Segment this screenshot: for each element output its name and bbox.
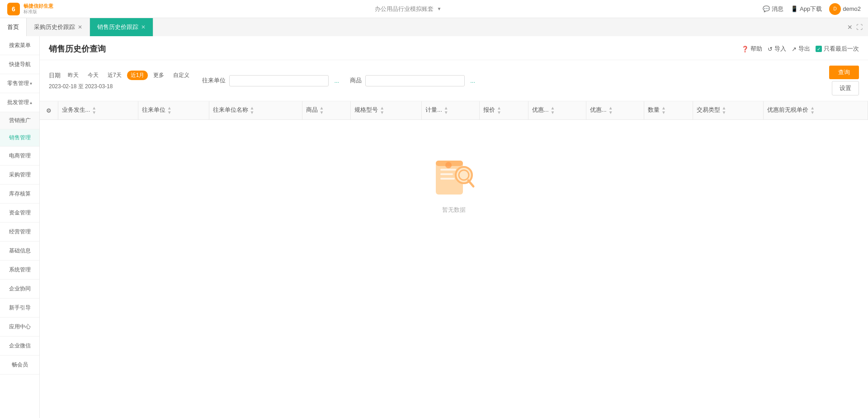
close-all-icon[interactable]: ✕ xyxy=(847,24,853,31)
th-trade-type[interactable]: 交易类型▲▼ xyxy=(693,101,764,120)
tab-bar: 首页 采购历史价跟踪 ✕ 销售历史价跟踪 ✕ ✕ ⛶ xyxy=(0,18,868,36)
sidebar-item-wholesale[interactable]: 批发管理 ▴ xyxy=(0,93,39,112)
date-more[interactable]: 更多 xyxy=(150,71,168,80)
th-discount1[interactable]: 优惠...▲▼ xyxy=(528,101,586,120)
sidebar-item-operations[interactable]: 经营管理 xyxy=(0,223,39,242)
user-label: demo2 xyxy=(843,5,861,12)
filter-buttons: 查询 设置 xyxy=(829,66,859,95)
th-business-date[interactable]: 业务发生...▲▼ xyxy=(58,101,138,120)
sidebar-sub-wholesale: 营销推广 销售管理 xyxy=(0,112,39,147)
tab-purchase-close-icon[interactable]: ✕ xyxy=(78,24,82,30)
app-download-label: App下载 xyxy=(800,5,822,13)
settings-button[interactable]: 设置 xyxy=(832,81,859,95)
product-input[interactable] xyxy=(365,75,465,86)
main-layout: 搜索菜单 快捷导航 零售管理 ▾ 批发管理 ▴ 营销推广 销售管理 xyxy=(0,36,868,418)
only-last-checkbox[interactable]: ✓ 只看最后一次 xyxy=(816,45,859,53)
sidebar-item-wechat[interactable]: 企业微信 xyxy=(0,337,39,356)
help-label: 帮助 xyxy=(750,45,762,53)
query-button[interactable]: 查询 xyxy=(829,66,859,79)
tab-spacer xyxy=(153,18,842,36)
tab-purchase-history[interactable]: 采购历史价跟踪 ✕ xyxy=(27,18,90,36)
table-header: ⚙ 业务发生...▲▼ 往来单位▲▼ 往来单位名称▲▼ 商品▲ xyxy=(40,101,868,120)
expand-icon[interactable]: ⛶ xyxy=(856,24,863,31)
sidebar-item-ecommerce[interactable]: 电商管理 xyxy=(0,147,39,166)
vendor-input[interactable] xyxy=(229,75,329,86)
import-button[interactable]: ↺ 导入 xyxy=(768,45,786,53)
dropdown-arrow-icon[interactable]: ▼ xyxy=(437,6,442,11)
data-table: ⚙ 业务发生...▲▼ 往来单位▲▼ 往来单位名称▲▼ 商品▲ xyxy=(40,101,868,120)
sort-arrows-icon: ▲▼ xyxy=(551,106,555,115)
avatar: D xyxy=(829,3,841,15)
page: 销售历史价查询 ❓ 帮助 ↺ 导入 ↗ 导出 ✓ xyxy=(40,36,868,418)
sidebar-system-label: 系统管理 xyxy=(9,266,31,273)
top-bar-center[interactable]: 办公用品行业模拟账套 ▼ xyxy=(375,5,442,13)
date-label: 日期 xyxy=(49,71,61,80)
vendor-ellipsis-button[interactable]: ... xyxy=(332,76,341,86)
sidebar-item-inventory[interactable]: 库存核算 xyxy=(0,185,39,204)
sidebar-item-sales-mgmt[interactable]: 销售管理 xyxy=(0,129,39,147)
sort-arrows-icon: ▲▼ xyxy=(810,106,815,115)
th-discount2[interactable]: 优惠...▲▼ xyxy=(586,101,644,120)
filter-bar: 日期 昨天 今天 近7天 近1月 更多 自定义 2023-02-18 至 202… xyxy=(40,60,868,101)
message-button[interactable]: 💬 消息 xyxy=(763,5,783,13)
sidebar-inventory-label: 库存核算 xyxy=(9,190,31,197)
svg-rect-4 xyxy=(440,178,455,180)
sidebar-operations-label: 经营管理 xyxy=(9,228,31,235)
checkbox-checked-icon: ✓ xyxy=(816,46,822,52)
user-profile[interactable]: D demo2 xyxy=(829,3,861,15)
product-filter: 商品 ... xyxy=(350,75,477,86)
date-custom[interactable]: 自定义 xyxy=(170,71,193,80)
top-bar-left: 6 畅捷信好生意 标准版 xyxy=(7,3,53,15)
page-header: 销售历史价查询 ❓ 帮助 ↺ 导入 ↗ 导出 ✓ xyxy=(40,36,868,60)
th-pretax-price[interactable]: 优惠前无税单价▲▼ xyxy=(764,101,868,120)
tab-home-label: 首页 xyxy=(7,23,19,31)
import-label: 导入 xyxy=(774,45,786,53)
th-settings[interactable]: ⚙ xyxy=(40,101,58,120)
sidebar-item-enterprise[interactable]: 企业协同 xyxy=(0,280,39,299)
sidebar-item-search[interactable]: 搜索菜单 xyxy=(0,36,39,55)
help-button[interactable]: ❓ 帮助 xyxy=(741,45,762,53)
page-actions: ❓ 帮助 ↺ 导入 ↗ 导出 ✓ 只看最后一次 xyxy=(741,45,859,53)
product-label: 商品 xyxy=(350,76,362,85)
tab-sales-history[interactable]: 销售历史价跟踪 ✕ xyxy=(90,18,153,36)
sidebar-purchase-label: 采购管理 xyxy=(9,171,31,178)
date-filter-group: 日期 昨天 今天 近7天 近1月 更多 自定义 2023-02-18 至 202… xyxy=(49,71,193,90)
sidebar-item-purchase[interactable]: 采购管理 xyxy=(0,166,39,185)
sidebar-item-retail[interactable]: 零售管理 ▾ xyxy=(0,74,39,93)
sidebar-basic-info-label: 基础信息 xyxy=(9,247,31,254)
sidebar-item-basic-info[interactable]: 基础信息 xyxy=(0,242,39,261)
th-product[interactable]: 商品▲▼ xyxy=(302,101,351,120)
th-price[interactable]: 报价▲▼ xyxy=(480,101,528,120)
sidebar-item-app-center[interactable]: 应用中心 xyxy=(0,318,39,337)
empty-text: 暂无数据 xyxy=(442,206,466,214)
dropdown-label[interactable]: 办公用品行业模拟账套 xyxy=(375,5,434,13)
empty-illustration xyxy=(427,156,481,201)
th-vendor-name[interactable]: 往来单位名称▲▼ xyxy=(209,101,302,120)
sidebar-item-quicknav[interactable]: 快捷导航 xyxy=(0,55,39,74)
sidebar-item-newguide[interactable]: 新手引导 xyxy=(0,299,39,318)
th-quantity[interactable]: 数量▲▼ xyxy=(644,101,693,120)
empty-svg-illustration xyxy=(427,156,481,201)
sidebar-item-member[interactable]: 畅会员 xyxy=(0,356,39,375)
th-vendor-code[interactable]: 往来单位▲▼ xyxy=(138,101,209,120)
date-1month[interactable]: 近1月 xyxy=(127,71,148,80)
vendor-label: 往来单位 xyxy=(202,76,226,85)
tab-sales-label: 销售历史价跟踪 xyxy=(97,23,138,31)
sidebar-item-finance[interactable]: 资金管理 xyxy=(0,204,39,223)
export-button[interactable]: ↗ 导出 xyxy=(792,45,810,53)
tab-sales-close-icon[interactable]: ✕ xyxy=(141,24,146,30)
date-yesterday[interactable]: 昨天 xyxy=(64,71,82,80)
sidebar-newguide-label: 新手引导 xyxy=(9,304,31,311)
sidebar-enterprise-label: 企业协同 xyxy=(9,285,31,292)
app-download-button[interactable]: 📱 App下载 xyxy=(791,5,822,13)
th-spec[interactable]: 规格型号▲▼ xyxy=(351,101,422,120)
th-unit[interactable]: 计量...▲▼ xyxy=(421,101,479,120)
date-7days[interactable]: 近7天 xyxy=(104,71,125,80)
table-header-row: ⚙ 业务发生...▲▼ 往来单位▲▼ 往来单位名称▲▼ 商品▲ xyxy=(40,101,868,120)
sidebar-item-system[interactable]: 系统管理 xyxy=(0,261,39,280)
product-ellipsis-button[interactable]: ... xyxy=(468,76,477,86)
sidebar-item-marketing[interactable]: 营销推广 xyxy=(0,112,39,129)
tab-home[interactable]: 首页 xyxy=(0,18,27,36)
sidebar-retail-arrow-icon: ▾ xyxy=(30,81,32,86)
date-today[interactable]: 今天 xyxy=(84,71,102,80)
